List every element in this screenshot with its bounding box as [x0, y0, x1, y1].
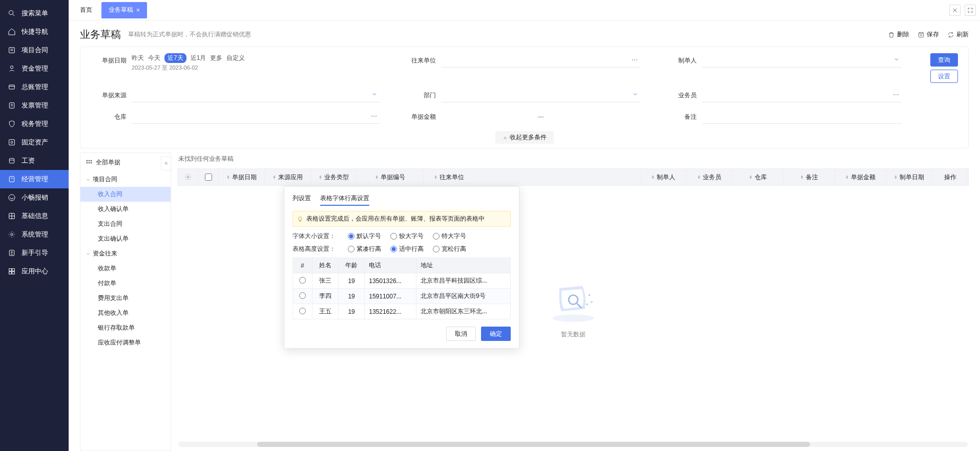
- sample-radio[interactable]: [299, 308, 306, 314]
- partner-input[interactable]: ⋯: [441, 53, 641, 68]
- sidebar-item-8[interactable]: 经营管理: [0, 170, 69, 188]
- column-header-10[interactable]: ▲▼制单日期: [886, 169, 932, 185]
- tree-item-0-2[interactable]: 支出合同: [80, 217, 171, 231]
- tree-item-1-4[interactable]: 银行存取款单: [80, 320, 171, 335]
- tree-group-0[interactable]: 项目合同: [80, 172, 171, 187]
- sidebar-item-5[interactable]: 税务管理: [0, 115, 69, 133]
- column-header-9[interactable]: ▲▼单据金额: [835, 169, 886, 185]
- date-opt-2[interactable]: 近7天: [164, 53, 186, 63]
- select-all-checkbox[interactable]: [198, 169, 219, 185]
- sort-icon[interactable]: ▲▼: [226, 175, 230, 179]
- tab-draft[interactable]: 业务草稿×: [101, 2, 147, 18]
- sidebar-item-10[interactable]: 基础信息: [0, 207, 69, 225]
- sample-radio[interactable]: [299, 277, 306, 284]
- column-settings-button[interactable]: [178, 169, 198, 185]
- sidebar-item-7[interactable]: 工资: [0, 152, 69, 170]
- ok-button[interactable]: 确定: [481, 327, 511, 341]
- sort-icon[interactable]: ▲▼: [273, 175, 276, 179]
- rowh-option-0[interactable]: 紧凑行高: [348, 245, 381, 253]
- more-icon[interactable]: ⋯: [632, 56, 638, 63]
- tree-group-1[interactable]: 资金往来: [80, 246, 171, 261]
- sidebar-item-13[interactable]: 应用中心: [0, 262, 69, 281]
- column-header-1[interactable]: ▲▼来源应用: [265, 169, 311, 185]
- fullscreen-button[interactable]: [965, 5, 976, 16]
- query-button[interactable]: 查询: [930, 53, 958, 67]
- remark-input[interactable]: [702, 110, 902, 124]
- sidebar-item-4[interactable]: 发票管理: [0, 96, 69, 115]
- sample-row-2[interactable]: 王五1913521622...北京市朝阳区东三环北...: [293, 304, 511, 319]
- font-option-0[interactable]: 默认字号: [348, 232, 381, 241]
- close-all-button[interactable]: [949, 5, 961, 16]
- sidebar-item-1[interactable]: 项目合同: [0, 41, 69, 59]
- tree-item-1-1[interactable]: 付款单: [80, 276, 171, 291]
- rowh-option-1[interactable]: 适中行高: [390, 245, 424, 253]
- column-header-8[interactable]: ▲▼备注: [784, 169, 835, 185]
- column-header-5[interactable]: ▲▼制单人: [640, 169, 686, 185]
- tree-item-1-5[interactable]: 应收应付调整单: [80, 335, 171, 350]
- chevron-down-icon[interactable]: [632, 91, 638, 97]
- column-header-3[interactable]: ▲▼单据编号: [357, 169, 424, 185]
- date-opt-3[interactable]: 近1月: [191, 54, 206, 62]
- sidebar-item-2[interactable]: 资金管理: [0, 59, 69, 78]
- maker-input[interactable]: [702, 53, 902, 68]
- tree-item-1-3[interactable]: 其他收入单: [80, 306, 171, 320]
- sample-row-1[interactable]: 李四1915911007...北京市昌平区南大街9号: [293, 289, 511, 304]
- sample-radio[interactable]: [299, 292, 306, 299]
- column-header-6[interactable]: ▲▼业务员: [686, 169, 733, 185]
- column-header-0[interactable]: ▲▼单据日期: [219, 169, 265, 185]
- date-opt-5[interactable]: 自定义: [226, 54, 245, 62]
- sort-icon[interactable]: ▲▼: [697, 175, 701, 179]
- more-icon[interactable]: ⋯: [371, 113, 378, 120]
- sample-row-0[interactable]: 张三1913501326...北京市昌平科技园区综...: [293, 273, 511, 289]
- date-opt-1[interactable]: 今天: [148, 54, 160, 62]
- source-select[interactable]: [132, 88, 380, 102]
- tree-item-0-1[interactable]: 收入确认单: [80, 202, 171, 217]
- close-icon[interactable]: ×: [136, 7, 140, 14]
- chevron-down-icon[interactable]: [893, 56, 900, 62]
- popover-tab-font[interactable]: 表格字体行高设置: [320, 194, 369, 206]
- tree-item-0-3[interactable]: 支出确认单: [80, 231, 171, 246]
- sort-icon[interactable]: ▲▼: [845, 175, 849, 179]
- sidebar-item-12[interactable]: 新手引导: [0, 244, 69, 262]
- salesman-input[interactable]: ⋯: [702, 88, 902, 102]
- sidebar-item-9[interactable]: 小畅报销: [0, 188, 69, 207]
- column-header-2[interactable]: ▲▼业务类型: [311, 169, 357, 185]
- sort-icon[interactable]: ▲▼: [651, 175, 655, 179]
- tree-collapse-button[interactable]: [161, 156, 171, 170]
- date-opt-0[interactable]: 昨天: [132, 54, 144, 62]
- sort-icon[interactable]: ▲▼: [894, 175, 898, 179]
- collapse-conditions-button[interactable]: 收起更多条件: [495, 131, 554, 144]
- font-option-2[interactable]: 特大字号: [433, 232, 466, 241]
- cancel-button[interactable]: 取消: [446, 327, 476, 341]
- sidebar-search[interactable]: 搜索菜单: [0, 4, 69, 23]
- sort-icon[interactable]: ▲▼: [375, 175, 379, 179]
- delete-button[interactable]: 删除: [888, 30, 909, 39]
- column-header-4[interactable]: ▲▼往来单位: [424, 169, 640, 185]
- sort-icon[interactable]: ▲▼: [434, 175, 437, 179]
- rowh-option-2[interactable]: 宽松行高: [433, 245, 466, 253]
- warehouse-input[interactable]: ⋯: [132, 110, 380, 124]
- search-icon: [7, 9, 16, 18]
- sort-icon[interactable]: ▲▼: [319, 175, 322, 179]
- chevron-down-icon[interactable]: [371, 91, 378, 97]
- column-header-7[interactable]: ▲▼仓库: [733, 169, 784, 185]
- sidebar-item-11[interactable]: 系统管理: [0, 225, 69, 244]
- sort-icon[interactable]: ▲▼: [800, 175, 804, 179]
- setting-button[interactable]: 设置: [930, 70, 958, 83]
- horizontal-scrollbar[interactable]: [178, 442, 968, 447]
- refresh-button[interactable]: 刷新: [947, 30, 969, 39]
- sort-icon[interactable]: ▲▼: [749, 175, 753, 179]
- dept-select[interactable]: [441, 88, 641, 102]
- font-option-1[interactable]: 较大字号: [390, 232, 424, 241]
- sidebar-item-0[interactable]: 快捷导航: [0, 23, 69, 41]
- sidebar-item-3[interactable]: 总账管理: [0, 78, 69, 96]
- more-icon[interactable]: ⋯: [893, 91, 900, 98]
- date-opt-4[interactable]: 更多: [210, 54, 222, 62]
- tree-item-1-2[interactable]: 费用支出单: [80, 291, 171, 306]
- tree-item-0-0[interactable]: 收入合同: [80, 187, 171, 202]
- sidebar-item-6[interactable]: 固定资产: [0, 133, 69, 152]
- save-button[interactable]: 保存: [918, 30, 939, 39]
- tree-item-1-0[interactable]: 收款单: [80, 261, 171, 276]
- tab-home[interactable]: 首页: [73, 2, 99, 18]
- popover-tab-columns[interactable]: 列设置: [293, 194, 311, 206]
